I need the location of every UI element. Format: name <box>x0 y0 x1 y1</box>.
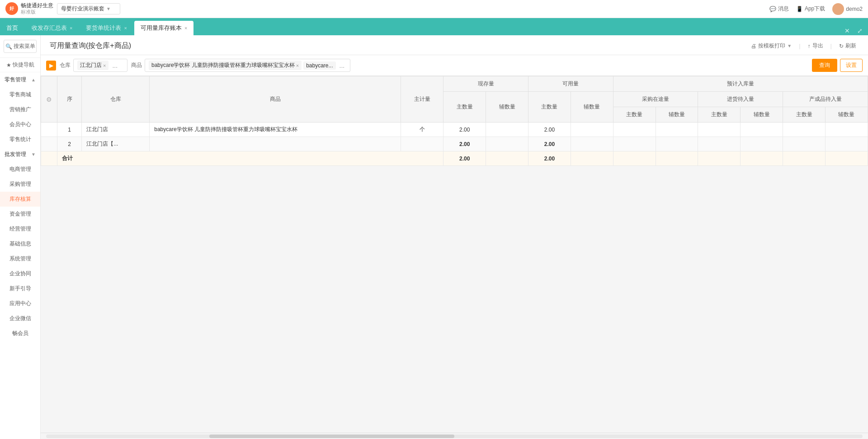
query-button[interactable]: 查询 <box>812 59 837 72</box>
export-btn[interactable]: ↑ 导出 <box>805 41 826 51</box>
tab-home-label: 首页 <box>6 24 18 32</box>
sidebar-item-retail-store[interactable]: 零售商城 <box>0 87 40 102</box>
sidebar-item-enterprise[interactable]: 企业协同 <box>0 266 40 281</box>
app-download-btn[interactable]: 📱 App下载 <box>796 5 825 13</box>
quick-nav-icon: ★ <box>6 62 11 68</box>
sidebar-item-label: 资金管理 <box>9 210 31 218</box>
th-planned-inbound: 预计入库量 <box>613 76 868 92</box>
sidebar-item-purchase[interactable]: 采购管理 <box>0 177 40 192</box>
sidebar-item-label: 批发管理 <box>5 151 26 158</box>
chevron-up-icon: ▲ <box>31 77 36 82</box>
product-more-btn[interactable]: ... <box>338 62 347 69</box>
expand-icon: ▶ <box>49 62 53 69</box>
scrollbar-thumb[interactable] <box>209 434 454 438</box>
sidebar-item-operations[interactable]: 经营管理 <box>0 222 40 236</box>
sidebar-item-label: 库存核算 <box>9 195 31 203</box>
search-menu-btn[interactable]: 🔍 搜索菜单 <box>4 40 37 53</box>
sidebar-item-retail-stats[interactable]: 零售统计 <box>0 132 40 147</box>
cell-current-aux <box>486 123 528 137</box>
th-current-stock: 现存量 <box>443 76 528 92</box>
sidebar-item-basic-info[interactable]: 基础信息 <box>0 236 40 251</box>
sidebar-item-finance[interactable]: 资金管理 <box>0 207 40 222</box>
th-pt-aux: 辅数量 <box>656 107 698 123</box>
message-label: 消息 <box>778 5 789 13</box>
filter-expand-btn[interactable]: ▶ <box>46 61 56 71</box>
quick-nav-btn[interactable]: ★ 快捷导航 <box>0 58 40 72</box>
th-purchase-transit: 采购在途量 <box>613 92 698 107</box>
product-value2: babycare... <box>306 62 333 69</box>
summary-empty <box>41 151 57 166</box>
chevron-down-icon: ▼ <box>787 43 792 48</box>
sidebar-item-vip[interactable]: 畅会员 <box>0 326 40 341</box>
sidebar-item-label: 应用中心 <box>9 300 31 307</box>
cell-prod-aux <box>825 137 868 151</box>
message-btn[interactable]: 💬 消息 <box>769 5 789 13</box>
top-bar-left: 好 畅捷通好生意 标准版 母婴行业演示账套 ▼ <box>5 2 120 15</box>
sidebar-item-wechat[interactable]: 企业微信 <box>0 311 40 326</box>
account-selector[interactable]: 母婴行业演示账套 ▼ <box>57 3 120 14</box>
sidebar-item-retail-mgmt[interactable]: 零售管理 ▲ <box>0 72 40 87</box>
warehouse-remove-btn[interactable]: × <box>103 63 106 68</box>
column-settings-icon[interactable]: ⚙ <box>46 96 52 103</box>
print-label: 按模板打印 <box>758 42 785 50</box>
warehouse-value: 江北门店 <box>80 61 102 69</box>
tab-receipts-close[interactable]: × <box>70 25 72 31</box>
main-layout: 🔍 搜索菜单 ★ 快捷导航 零售管理 ▲ 零售商城 营销推广 会员中心 零售统计… <box>0 35 868 439</box>
settings-button[interactable]: 设置 <box>840 59 863 72</box>
tab-orders-label: 要货单统计表 <box>86 24 121 32</box>
tab-inventory-close[interactable]: × <box>184 25 187 31</box>
tab-orders-close[interactable]: × <box>124 25 127 31</box>
nav-tabs-right: ✕ ⤢ <box>843 26 868 35</box>
cell-avail-main: 2.00 <box>528 123 571 137</box>
summary-pp-main <box>698 151 741 166</box>
sidebar-item-inventory-check[interactable]: 库存核算 <box>0 192 40 207</box>
sidebar-item-label: 基础信息 <box>9 240 31 248</box>
product-input[interactable]: babycare学饮杯 儿童防摔防撞吸管杯重力球吸嘴杯宝宝水杯 × babyca… <box>145 59 350 72</box>
tab-home[interactable]: 首页 <box>0 21 24 35</box>
table-scroll[interactable]: ⚙ 序 仓库 商品 主计量 现存量 可用量 预计入库量 主数量 辅 <box>41 76 868 433</box>
refresh-label: 刷新 <box>845 42 856 50</box>
tab-orders[interactable]: 要货单统计表 × <box>80 21 133 35</box>
logo-icon: 好 <box>5 2 18 15</box>
sidebar: 🔍 搜索菜单 ★ 快捷导航 零售管理 ▲ 零售商城 营销推广 会员中心 零售统计… <box>0 35 41 439</box>
product-tag2: babycare... <box>303 61 335 70</box>
cell-warehouse: 江北门店【... <box>82 137 150 151</box>
sidebar-item-app-center[interactable]: 应用中心 <box>0 296 40 311</box>
warehouse-more-btn[interactable]: ... <box>110 62 119 69</box>
sidebar-item-label: 系统管理 <box>9 255 31 263</box>
sidebar-item-system[interactable]: 系统管理 <box>0 251 40 266</box>
close-all-btn[interactable]: ✕ <box>843 26 852 35</box>
cell-unit: 个 <box>401 123 443 137</box>
sidebar-item-member[interactable]: 会员中心 <box>0 117 40 132</box>
warehouse-input[interactable]: 江北门店 × ... <box>73 59 127 72</box>
sidebar-item-ecommerce[interactable]: 电商管理 <box>0 162 40 177</box>
th-index: 序 <box>57 76 82 123</box>
chevron-down-icon: ▼ <box>31 152 36 157</box>
product-remove-btn1[interactable]: × <box>296 63 299 68</box>
sidebar-item-label: 畅会员 <box>12 330 28 337</box>
sidebar-item-wholesale[interactable]: 批发管理 ▼ <box>0 147 40 162</box>
sidebar-item-label: 新手引导 <box>9 285 31 293</box>
print-btn[interactable]: 🖨 按模板打印 ▼ <box>748 41 794 51</box>
product-label: 商品 <box>131 61 142 69</box>
sidebar-item-label: 电商管理 <box>9 165 31 173</box>
cell-pt-main <box>613 137 656 151</box>
table-wrapper: ⚙ 序 仓库 商品 主计量 现存量 可用量 预计入库量 主数量 辅 <box>41 76 868 439</box>
summary-label: 合计 <box>57 151 443 166</box>
maximize-btn[interactable]: ⤢ <box>855 26 864 35</box>
warehouse-filter: 仓库 江北门店 × ... <box>60 59 127 72</box>
logo-text: 畅捷通好生意 <box>21 2 53 9</box>
cell-index: 1 <box>57 123 82 137</box>
horizontal-scrollbar[interactable] <box>41 433 868 439</box>
sidebar-item-label: 采购管理 <box>9 180 31 188</box>
divider2: | <box>830 42 832 49</box>
cell-pp-aux <box>741 123 783 137</box>
user-area[interactable]: demo2 <box>832 3 863 15</box>
sidebar-item-marketing[interactable]: 营销推广 <box>0 102 40 117</box>
tab-inventory[interactable]: 可用量库存账本 × <box>134 21 193 35</box>
tab-receipts[interactable]: 收发存汇总表 × <box>25 21 79 35</box>
page-title: 可用量查询(按仓库+商品) <box>50 41 131 51</box>
refresh-btn[interactable]: ↻ 刷新 <box>836 41 859 51</box>
sidebar-item-newbie[interactable]: 新手引导 <box>0 281 40 296</box>
quick-nav-label: 快捷导航 <box>13 61 34 69</box>
